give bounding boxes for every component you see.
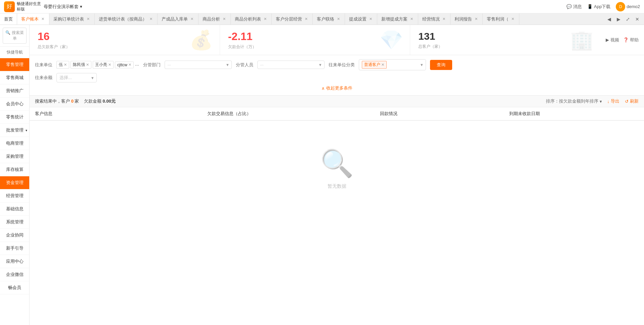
sidebar-item-marketing-promo[interactable]: 营销推广 xyxy=(0,84,29,98)
filter-dept-arrow: ▾ xyxy=(226,62,229,67)
filter-tag-close-wu[interactable]: ✕ xyxy=(64,63,67,67)
tab-customer-segment[interactable]: 客户分层经营 ✕ xyxy=(272,13,313,25)
top-bar: 好 畅捷通好生意 标版 母婴行业演示帐套 ▾ 💬 消息 📱 App下载 D de… xyxy=(0,0,644,13)
sidebar-item-operations-mgmt[interactable]: 经营管理 xyxy=(0,189,29,203)
sidebar-item-enterprise-wechat[interactable]: 企业微信 xyxy=(0,268,29,281)
tab-home[interactable]: 首页 xyxy=(0,13,17,25)
tab-close-icon[interactable]: ✕ xyxy=(190,17,194,21)
stats-bar: 💰 16 总欠款客户（家） 💎 -2.11 欠款合计（万） 🏢 131 总客户（… xyxy=(30,25,644,55)
tab-product-analysis-list[interactable]: 商品分析列表 ✕ xyxy=(231,13,272,25)
filter-remainder-select[interactable]: 选择... ▾ xyxy=(56,73,97,82)
sidebar-item-batch-mgmt[interactable]: 批发管理 xyxy=(0,124,29,137)
enterprise-selector[interactable]: 母婴行业演示帐套 ▾ xyxy=(44,4,82,10)
avatar: D xyxy=(616,2,625,11)
app-download-button[interactable]: 📱 App下载 xyxy=(587,4,610,10)
col-repayment: 回款情况 xyxy=(380,111,509,117)
query-button[interactable]: 查询 xyxy=(430,60,452,70)
tab-customer-book[interactable]: 客户账本 ✕ xyxy=(17,13,49,25)
tab-new-promotion-plan[interactable]: 新增提成方案 ✕ xyxy=(377,13,418,25)
filter-person-label: 分管人员 xyxy=(236,62,253,68)
message-button[interactable]: 💬 消息 xyxy=(566,4,582,10)
sidebar-quick-nav[interactable]: 快捷导航 xyxy=(0,47,29,58)
top-bar-right: 💬 消息 📱 App下载 D demo2 xyxy=(566,2,640,11)
tab-close-icon[interactable]: ✕ xyxy=(263,17,267,21)
user-avatar-button[interactable]: D demo2 xyxy=(616,2,640,11)
filter-tag-close-cjttcw[interactable]: ✕ xyxy=(128,63,131,67)
sort-selector[interactable]: 排序：按欠款金额到年排序 ▾ xyxy=(546,98,602,104)
filter-category-select[interactable]: 普通客户 ✕ ▾ xyxy=(359,59,426,70)
tab-operation-status-label: 经营情况 xyxy=(422,16,440,22)
tab-bar: 首页 客户账本 ✕ 采购订单统计表 ✕ 进货单统计表（按商品） ✕ 产成品入库单… xyxy=(0,13,644,25)
tab-operation-status[interactable]: 经营情况 ✕ xyxy=(418,13,450,25)
sort-arrow-icon: ▾ xyxy=(600,99,602,104)
stat-value-customers: 16 xyxy=(38,30,50,43)
help-button[interactable]: ❓ 帮助 xyxy=(623,37,639,43)
tab-product-analysis[interactable]: 商品分析 ✕ xyxy=(199,13,231,25)
filter-person-select[interactable]: ··· ▾ xyxy=(257,61,325,69)
tab-retail-profit[interactable]: 零售利润（ ✕ xyxy=(483,13,519,25)
export-button[interactable]: ↓ 导出 xyxy=(607,98,620,104)
filter-tag-wang: 王小亮 ✕ xyxy=(93,61,114,69)
table-header: 客户信息 欠款交易信息（占比） 回款情况 到期未收款日期 xyxy=(30,107,644,121)
filter-row-1: 往来单位 伍 ✕ 陈民强 ✕ 王小亮 ✕ cjttcw xyxy=(35,59,639,70)
tab-close-icon[interactable]: ✕ xyxy=(442,17,446,21)
tab-production-inbound-label: 产成品入库单 xyxy=(162,16,188,22)
tab-close-icon[interactable]: ✕ xyxy=(304,17,308,21)
sidebar-item-new-user-guide[interactable]: 新手引导 xyxy=(0,242,29,255)
sidebar-item-app-center[interactable]: 应用中心 xyxy=(0,255,29,268)
tab-customer-contact[interactable]: 客户联络 ✕ xyxy=(313,13,345,25)
sidebar-item-retail-mall[interactable]: 零售商城 xyxy=(0,71,29,84)
sidebar-item-retail-mgmt[interactable]: 零售管理 xyxy=(0,58,29,71)
tab-production-inbound[interactable]: 产成品入库单 ✕ xyxy=(158,13,199,25)
sidebar-item-ecommerce-mgmt[interactable]: 电商管理 xyxy=(0,137,29,150)
sidebar-item-inventory[interactable]: 库存核算 xyxy=(0,163,29,176)
filter-more-tags[interactable]: ··· xyxy=(135,62,139,68)
tab-profit-report[interactable]: 利润报告 ✕ xyxy=(450,13,483,25)
tab-close-all-button[interactable]: ✕ xyxy=(633,15,641,23)
filter-dept-select[interactable]: ··· ▾ xyxy=(165,61,232,69)
sidebar-item-purchase-mgmt[interactable]: 采购管理 xyxy=(0,150,29,163)
sidebar-item-system-mgmt[interactable]: 系统管理 xyxy=(0,216,29,229)
refresh-button[interactable]: ↺ 刷新 xyxy=(625,98,639,104)
tab-purchase-orders[interactable]: 采购订单统计表 ✕ xyxy=(49,13,95,25)
sidebar-item-vip-member[interactable]: 畅会员 xyxy=(0,281,29,294)
tab-product-analysis-list-label: 商品分析列表 xyxy=(235,16,261,22)
stat-label-customers: 总欠款客户（家） xyxy=(38,44,70,50)
stat-label-total: 总客户（家） xyxy=(418,44,442,49)
tab-close-icon[interactable]: ✕ xyxy=(41,17,45,21)
filter-collapse-button[interactable]: ∧ 收起更多条件 xyxy=(321,85,352,91)
sidebar-item-member-center[interactable]: 会员中心 xyxy=(0,98,29,111)
search-result-bar: 搜索结果中，客户 0 家 欠款金额 0.00元 排序：按欠款金额到年排序 ▾ ↓… xyxy=(30,96,644,107)
tab-profit-report-label: 利润报告 xyxy=(455,16,472,22)
sidebar-item-retail-stats[interactable]: 零售统计 xyxy=(0,111,29,124)
filter-category-tag-close[interactable]: ✕ xyxy=(381,63,384,67)
top-bar-left: 好 畅捷通好生意 标版 母婴行业演示帐套 ▾ xyxy=(4,1,82,12)
tab-inbound-stats-label: 进货单统计表（按商品） xyxy=(99,16,147,22)
tab-inbound-stats[interactable]: 进货单统计表（按商品） ✕ xyxy=(95,13,158,25)
sidebar: 🔍 搜索菜单 快捷导航 零售管理 零售商城 营销推广 会员中心 零售统计 批发管… xyxy=(0,25,30,325)
empty-icon: 🔍 xyxy=(320,148,354,179)
chevron-down-icon: ▾ xyxy=(80,4,82,9)
tab-close-icon[interactable]: ✕ xyxy=(474,17,478,21)
tab-close-icon[interactable]: ✕ xyxy=(410,17,414,21)
tab-close-icon[interactable]: ✕ xyxy=(369,17,373,21)
message-icon: 💬 xyxy=(566,4,572,9)
filter-tag-close-chen[interactable]: ✕ xyxy=(86,63,89,67)
tab-close-icon[interactable]: ✕ xyxy=(222,17,226,21)
filter-tag-close-wang[interactable]: ✕ xyxy=(108,63,111,67)
tab-promotion-settings[interactable]: 提成设置 ✕ xyxy=(345,13,377,25)
tab-scroll-right-button[interactable]: ▶ xyxy=(614,15,622,23)
sidebar-item-capital-mgmt[interactable]: 资金管理 xyxy=(0,176,29,189)
tab-scroll-left-button[interactable]: ◀ xyxy=(605,15,613,23)
tab-close-icon[interactable]: ✕ xyxy=(336,17,341,21)
video-help-button[interactable]: ▶ 视频 xyxy=(606,37,619,43)
tab-close-icon[interactable]: ✕ xyxy=(511,17,515,21)
main-layout: 🔍 搜索菜单 快捷导航 零售管理 零售商城 营销推广 会员中心 零售统计 批发管… xyxy=(0,25,644,325)
tab-product-analysis-label: 商品分析 xyxy=(203,16,220,22)
sidebar-item-basic-info[interactable]: 基础信息 xyxy=(0,203,29,216)
tab-close-icon[interactable]: ✕ xyxy=(149,17,153,21)
tab-expand-button[interactable]: ⤢ xyxy=(624,15,632,23)
sidebar-item-enterprise-collab[interactable]: 企业协同 xyxy=(0,229,29,242)
tab-close-icon[interactable]: ✕ xyxy=(86,17,90,21)
search-menu-button[interactable]: 🔍 搜索菜单 xyxy=(3,28,27,44)
